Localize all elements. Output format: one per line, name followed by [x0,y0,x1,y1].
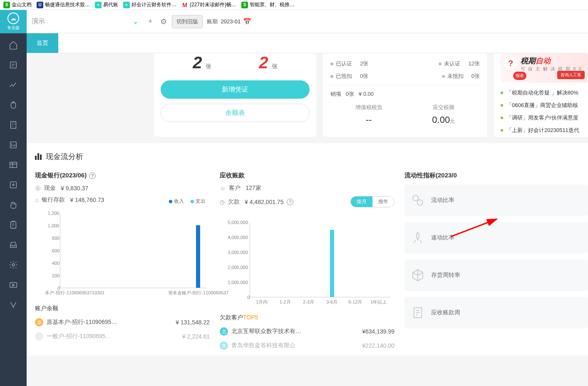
chart-icon[interactable] [8,80,18,90]
bookmark-icon: ≈ [123,2,130,8]
add-voucher-button[interactable]: 新增凭证 [161,80,310,99]
clock-icon: ◷ [220,199,225,205]
edition-label: 专业版 [7,25,20,31]
badge-icon [35,332,43,341]
certified-item: 已认证 2张 [330,60,368,67]
liquidity-title: 流动性指标(2023/0 [404,172,588,179]
bookmark-item[interactable]: U畅捷通信息技术股… [37,1,90,8]
dot-icon [330,75,333,78]
download-icon[interactable] [8,180,18,190]
switch-version-button[interactable]: 切到旧版 [172,15,203,28]
dot-icon [442,75,445,78]
cash-bank-title: 现金银行(2023/06) ? [35,172,210,179]
home-icon[interactable] [8,40,18,50]
gear-icon[interactable]: ⚙ [160,17,167,26]
bullet-icon [501,92,503,94]
dot-icon [439,62,442,65]
main-content: 2 张 2 张 新增凭证 余额表 已认证 2张 未认证 12张 已抵扣 0张 未… [27,53,588,386]
clipboard-icon[interactable] [8,220,18,230]
sidebar [0,33,27,386]
bullet-icon [501,117,503,119]
period-label: 账期 [207,18,218,25]
person-icon: ☺ [220,185,226,192]
help-icon[interactable]: ? [89,172,96,179]
rocket-icon [410,230,425,245]
toggle-by-month[interactable]: 按月 [351,197,372,207]
toggle-by-year[interactable]: 按年 [372,197,394,207]
bookmark-item[interactable]: ≈好会计云财务软件… [123,1,176,8]
svg-rect-7 [10,283,17,288]
legend-dot-icon [191,200,194,203]
report-icon[interactable] [8,140,18,150]
svg-rect-1 [11,122,16,129]
news-list: 「税期自动化答疑 」解决80% 「0606直播」商贸企业辅助核 「调研」用友客户… [501,87,588,137]
bank-icon: ⌂ [35,197,38,203]
help-icon[interactable]: ? [287,199,293,205]
account-row[interactable]: 一般户-招行-11090695… ¥ 2,224.61 [35,332,210,341]
banner-title: 税期自动 [521,56,551,66]
news-item[interactable]: 「0606直播」商贸企业辅助核 [501,99,588,112]
cycle-icon [410,193,425,208]
browser-bookmarks-bar: S金山文档 U畅捷通信息技术股… ≈易代账 ≈好会计云财务软件… M(227封未… [0,0,588,10]
news-item[interactable]: 「调研」用友客户/伙伴满意度 [501,112,588,124]
company-name: 演示 [32,17,45,26]
ar-turnover-card[interactable]: 应收账款周 [404,297,588,329]
top5-heading: 欠款客户TOP5 [220,314,394,321]
account-balance-heading: 账户余额 [35,305,210,312]
undeducted-item: 未抵扣 0张 [442,72,480,80]
receivables-panel: 应收账款 ☺ 客户 127家 ◷ 欠款 ¥ 4,482,001.75 ? 按月 [220,172,394,356]
voucher-count-right: 2 张 [259,53,278,72]
badge-icon: 青 [220,341,228,350]
app-logo[interactable]: ☁ 专业版 [0,10,27,33]
legend-dot-icon [169,200,172,203]
current-ratio-card[interactable]: 流动比率 [404,184,588,216]
news-card: ? 税期自动 可 自 主 解 决 税 期 8 0 % 报表 咨询人工客 「税期自… [494,53,588,137]
period-value: 2023-01 [221,18,241,25]
hand-icon[interactable] [8,200,18,210]
news-banner[interactable]: ? 税期自动 可 自 主 解 决 税 期 8 0 % 报表 咨询人工客 [501,53,588,82]
liquidity-panel: 流动性指标(2023/0 流动比率 速动比率 存货周转率 应收账款周 [404,172,588,356]
badge-icon: 原 [35,318,43,326]
voucher-icon[interactable] [8,60,18,70]
v-icon[interactable] [8,300,18,310]
video-icon[interactable] [8,280,18,290]
table-icon[interactable] [8,160,18,170]
header-actions: + ⚙ [143,17,172,26]
cashflow-section: 现金流分析 现金银行(2023/06) ? ㊎ 现金 ¥ 9,830.37 ⌂ … [27,143,588,356]
bookmark-item[interactable]: S智能票、财、税推… [241,1,295,8]
bookmark-item[interactable]: S金山文档 [3,1,32,8]
company-selector[interactable]: 演示 ⌄ [27,17,143,26]
news-item[interactable]: 「上新」好会计20230511迭代 [501,124,588,137]
account-row[interactable]: 原原基本户-招行-11090695… ¥ 131,548.22 [35,318,210,326]
voucher-count-left: 2 张 [193,53,211,72]
settings-icon[interactable] [8,260,18,270]
top5-row[interactable]: 北北京互帮联众数字技术有… ¥634,139.99 [220,327,394,336]
deducted-item: 已抵扣 0张 [330,72,368,80]
news-item[interactable]: 「税期自动化答疑 」解决80% [501,87,588,99]
bookmark-item[interactable]: M(227封未读邮件)畅… [181,1,236,8]
inbox-icon[interactable] [8,240,18,250]
quick-ratio-card[interactable]: 速动比率 [404,222,588,254]
calendar-icon[interactable]: 📅 [243,17,251,25]
building-icon[interactable] [8,120,18,130]
voucher-card: 2 张 2 张 新增凭证 余额表 [154,53,316,137]
svg-rect-5 [11,222,16,229]
svg-rect-0 [10,62,17,68]
balance-button[interactable]: 余额表 [161,104,310,122]
money-bag-icon[interactable] [8,100,18,110]
bookmark-item[interactable]: ≈易代账 [95,1,118,8]
top5-row[interactable]: 青青岛华胜蓝谷科技有限公 ¥222,140.00 [220,341,394,350]
bookmark-icon: U [37,2,43,8]
bookmark-icon: S [241,2,248,8]
plus-icon[interactable]: + [148,17,153,26]
app-header: ☁ 专业版 演示 ⌄ + ⚙ 切到旧版 账期 2023-01 📅 [0,10,588,33]
inventory-turnover-card[interactable]: 存货周转率 [404,259,588,291]
tab-home[interactable]: 首页 [27,33,58,53]
debt-stat: ◷ 欠款 ¥ 4,482,001.75 ? [220,198,293,206]
section-title: 现金流分析 [46,152,83,162]
cash-chart: 02004006008001,0001,200本户-招行-11090695371… [35,213,210,296]
report-badge: 报表 [513,72,526,80]
receipt-icon [410,305,425,320]
yen-icon: ㊎ [35,184,41,192]
consult-button[interactable]: 咨询人工客 [557,71,585,79]
